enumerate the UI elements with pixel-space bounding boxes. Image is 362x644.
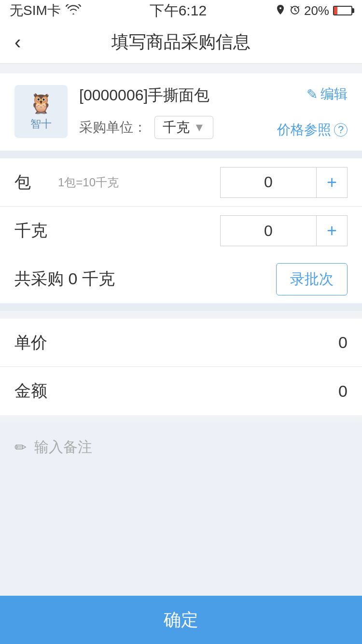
signal-label: 无SIM卡 — [10, 1, 61, 20]
owl-icon: 🦉 — [29, 92, 53, 115]
unit-label: 采购单位： — [79, 118, 147, 137]
dropdown-arrow-icon: ▼ — [194, 121, 205, 134]
brand-text: 智十 — [30, 117, 52, 131]
back-button[interactable]: ‹ — [14, 31, 21, 53]
status-bar: 无SIM卡 下午6:12 20% — [0, 0, 362, 21]
notes-icon: ✏ — [14, 439, 27, 456]
price-section: 单价 0 金额 0 — [0, 319, 362, 415]
section-divider-2 — [0, 303, 362, 311]
nav-bar: ‹ 填写商品采购信息 — [0, 21, 362, 64]
kg-control: 0 + — [220, 215, 348, 246]
bao-plus-button[interactable]: + — [317, 167, 348, 198]
kg-label: 千克 — [14, 220, 53, 242]
plus-icon-2: + — [327, 221, 337, 241]
help-icon: ? — [334, 123, 348, 137]
unit-value: 千克 — [163, 118, 190, 137]
confirm-label: 确定 — [164, 608, 198, 632]
product-card: 🦉 智十 [0000006]手撕面包 采购单位： 千克 ▼ ✎ 编辑 价格参照 … — [0, 73, 362, 151]
kg-input-row: 千克 0 + — [0, 207, 362, 255]
unit-price-label: 单价 — [14, 332, 47, 354]
battery-icon — [333, 6, 352, 15]
status-right: 20% — [275, 3, 352, 18]
record-batch-label: 录批次 — [290, 271, 334, 287]
edit-label: 编辑 — [320, 85, 348, 103]
bao-sub-label: 1包=10千克 — [58, 175, 220, 190]
record-batch-button[interactable]: 录批次 — [276, 263, 348, 295]
time-label: 下午6:12 — [150, 1, 207, 21]
total-label: 共采购 0 千克 — [14, 268, 115, 290]
unit-price-row: 单价 0 — [0, 319, 362, 367]
edit-button[interactable]: ✎ 编辑 — [306, 85, 348, 103]
total-prefix: 共采购 — [14, 269, 64, 288]
page-title: 填写商品采购信息 — [111, 30, 251, 54]
plus-icon: + — [327, 172, 337, 193]
wifi-icon — [66, 3, 81, 18]
notes-placeholder: 输入备注 — [34, 437, 92, 457]
price-ref-label: 价格参照 — [277, 121, 331, 139]
amount-label: 金额 — [14, 380, 47, 402]
total-value: 0 — [68, 269, 82, 288]
unit-price-value: 0 — [338, 333, 348, 352]
status-left: 无SIM卡 — [10, 1, 81, 20]
kg-plus-button[interactable]: + — [317, 215, 348, 246]
bao-input[interactable]: 0 — [220, 167, 317, 198]
total-row: 共采购 0 千克 录批次 — [0, 255, 362, 303]
input-section: 包 1包=10千克 0 + 千克 0 + — [0, 158, 362, 255]
notes-section[interactable]: ✏ 输入备注 — [0, 423, 362, 471]
confirm-button[interactable]: 确定 — [0, 596, 362, 644]
kg-input[interactable]: 0 — [220, 215, 317, 246]
price-ref-button[interactable]: 价格参照 ? — [277, 121, 348, 139]
section-divider-1 — [0, 151, 362, 158]
amount-row: 金额 0 — [0, 367, 362, 415]
alarm-icon — [290, 3, 300, 18]
product-thumbnail: 🦉 智十 — [14, 85, 68, 138]
unit-select[interactable]: 千克 ▼ — [154, 116, 213, 139]
battery-percent: 20% — [304, 3, 329, 18]
bao-label: 包 — [14, 171, 53, 194]
bao-input-row: 包 1包=10千克 0 + — [0, 158, 362, 207]
edit-icon: ✎ — [306, 86, 318, 102]
bao-control: 0 + — [220, 167, 348, 198]
content-filler — [0, 471, 362, 606]
location-icon — [275, 3, 286, 18]
total-unit: 千克 — [82, 269, 115, 288]
amount-value: 0 — [338, 382, 348, 401]
